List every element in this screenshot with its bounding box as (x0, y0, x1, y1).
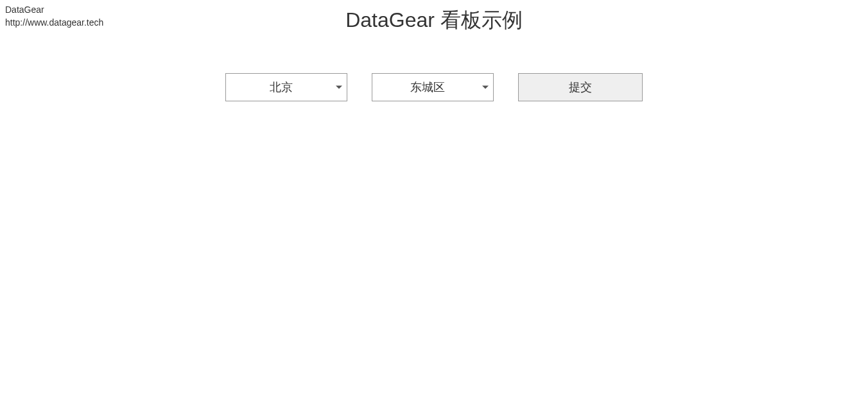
district-select[interactable]: 东城区 (372, 73, 494, 101)
filter-form: 北京 东城区 提交 (0, 73, 868, 101)
page-title: DataGear 看板示例 (0, 0, 868, 35)
district-select-wrap: 东城区 (372, 73, 494, 101)
brand-url-text: http://www.datagear.tech (5, 17, 103, 30)
city-select[interactable]: 北京 (225, 73, 347, 101)
submit-button[interactable]: 提交 (518, 73, 643, 101)
city-select-wrap: 北京 (225, 73, 347, 101)
brand-block: DataGear http://www.datagear.tech (5, 4, 103, 29)
brand-name: DataGear (5, 4, 103, 17)
